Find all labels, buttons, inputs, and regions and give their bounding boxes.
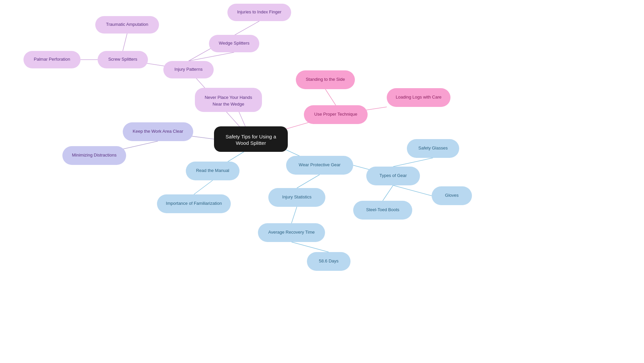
svg-text:Loading Logs with Care: Loading Logs with Care xyxy=(396,95,442,100)
svg-text:Never Place Your Hands: Never Place Your Hands xyxy=(205,95,252,100)
svg-text:58.6 Days: 58.6 Days xyxy=(319,258,339,263)
svg-text:Minimizing Distractions: Minimizing Distractions xyxy=(72,153,117,158)
svg-text:Importance of Familiarization: Importance of Familiarization xyxy=(166,201,222,206)
svg-text:Injury Statistics: Injury Statistics xyxy=(282,194,312,199)
svg-text:Keep the Work Area Clear: Keep the Work Area Clear xyxy=(133,129,183,134)
svg-text:Gloves: Gloves xyxy=(445,193,459,198)
edge-avg-recovery-days xyxy=(291,242,329,252)
svg-text:Injury Patterns: Injury Patterns xyxy=(174,67,203,72)
node-steel-boots[interactable]: Steel-Toed Boots xyxy=(353,201,412,220)
svg-text:Traumatic Amputation: Traumatic Amputation xyxy=(106,22,148,27)
node-never-place[interactable]: Never Place Your Hands Near the Wedge xyxy=(195,88,262,112)
node-wear-protective[interactable]: Wear Protective Gear xyxy=(286,156,353,175)
svg-text:Injuries to Index Finger: Injuries to Index Finger xyxy=(237,9,282,14)
svg-text:Safety Tips for Using a: Safety Tips for Using a xyxy=(226,134,277,139)
edge-screw-traumatic xyxy=(123,34,127,51)
node-types-gear[interactable]: Types of Gear xyxy=(366,167,420,185)
node-keep-clear[interactable]: Keep the Work Area Clear xyxy=(123,122,193,141)
node-importance[interactable]: Importance of Familiarization xyxy=(157,194,231,213)
edge-injury-stats-avg-recovery xyxy=(291,207,297,223)
node-injury-stats[interactable]: Injury Statistics xyxy=(268,188,325,207)
node-use-proper[interactable]: Use Proper Technique xyxy=(304,105,368,124)
edge-wear-injury-stats xyxy=(297,175,320,188)
svg-text:Read the Manual: Read the Manual xyxy=(196,168,229,173)
node-traumatic-amp[interactable]: Traumatic Amputation xyxy=(95,16,159,34)
node-days[interactable]: 58.6 Days xyxy=(307,252,351,271)
node-palmar-perf[interactable]: Palmar Perforation xyxy=(23,51,80,68)
mindmap-canvas: Safety Tips for Using a Wood Splitter In… xyxy=(0,0,644,363)
edge-types-gloves xyxy=(393,185,432,196)
node-read-manual[interactable]: Read the Manual xyxy=(186,162,239,180)
svg-text:Near the Wedge: Near the Wedge xyxy=(213,102,244,107)
svg-text:Screw Splitters: Screw Splitters xyxy=(108,57,138,62)
svg-text:Wedge Splitters: Wedge Splitters xyxy=(219,41,250,46)
node-injuries-index[interactable]: Injuries to Index Finger xyxy=(227,4,291,21)
edge-use-proper-standing xyxy=(325,89,336,105)
node-injury-patterns[interactable]: Injury Patterns xyxy=(163,61,214,78)
edge-read-manual-importance xyxy=(194,180,213,194)
node-gloves[interactable]: Gloves xyxy=(432,186,472,205)
node-center[interactable]: Safety Tips for Using a Wood Splitter xyxy=(214,126,288,152)
svg-text:Average Recovery Time: Average Recovery Time xyxy=(268,230,315,235)
edge-types-steel-boots xyxy=(383,185,393,201)
node-safety-glasses[interactable]: Safety Glasses xyxy=(407,139,459,158)
node-avg-recovery[interactable]: Average Recovery Time xyxy=(258,223,325,242)
svg-text:Types of Gear: Types of Gear xyxy=(379,173,407,178)
svg-text:Standing to the Side: Standing to the Side xyxy=(306,77,345,82)
node-wedge-splitters[interactable]: Wedge Splitters xyxy=(209,35,259,52)
svg-text:Wood Splitter: Wood Splitter xyxy=(236,140,266,146)
node-minimizing[interactable]: Minimizing Distractions xyxy=(62,146,126,165)
svg-text:Palmar Perforation: Palmar Perforation xyxy=(34,57,70,62)
edge-injury-wedge-splitters xyxy=(189,52,234,61)
svg-text:Wear Protective Gear: Wear Protective Gear xyxy=(299,162,341,167)
node-screw-splitters[interactable]: Screw Splitters xyxy=(98,51,148,68)
svg-text:Steel-Toed Boots: Steel-Toed Boots xyxy=(366,207,399,212)
svg-text:Use Proper Technique: Use Proper Technique xyxy=(314,112,357,117)
edge-types-safety-glasses xyxy=(393,158,433,167)
svg-text:Safety Glasses: Safety Glasses xyxy=(418,145,448,150)
node-standing-side[interactable]: Standing to the Side xyxy=(296,70,355,89)
node-loading-logs[interactable]: Loading Logs with Care xyxy=(387,88,450,107)
